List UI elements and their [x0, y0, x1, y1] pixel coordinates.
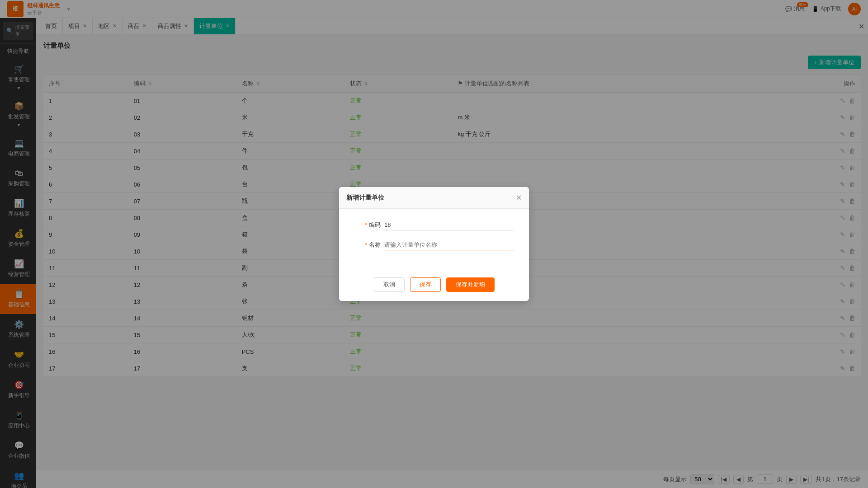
modal-header: 新增计量单位 ✕ — [339, 187, 529, 209]
name-label: 名称 — [354, 241, 381, 249]
add-unit-modal: 新增计量单位 ✕ 编码 名称 取消 保存 保存并新增 — [339, 187, 529, 301]
save-and-new-button[interactable]: 保存并新增 — [446, 277, 495, 292]
modal-overlay: 新增计量单位 ✕ 编码 名称 取消 保存 保存并新增 — [0, 0, 868, 488]
modal-close-btn[interactable]: ✕ — [516, 193, 522, 202]
name-input[interactable] — [384, 239, 514, 250]
form-row-name: 名称 — [354, 239, 514, 250]
code-input[interactable] — [384, 220, 514, 230]
form-row-code: 编码 — [354, 220, 514, 230]
save-button[interactable]: 保存 — [410, 277, 441, 292]
code-label: 编码 — [354, 221, 381, 229]
cancel-button[interactable]: 取消 — [374, 277, 405, 292]
modal-body: 编码 名称 — [339, 209, 529, 270]
modal-footer: 取消 保存 保存并新增 — [339, 270, 529, 301]
modal-title: 新增计量单位 — [346, 194, 384, 202]
